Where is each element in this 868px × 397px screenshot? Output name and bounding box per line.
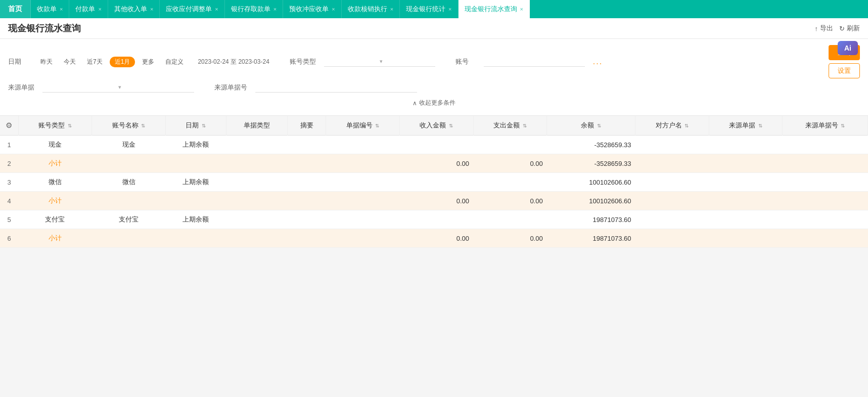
close-icon[interactable]: × [390, 6, 393, 12]
cell-balance: 19871073.60 [547, 229, 635, 248]
filter-row-source: 来源单据 ▾ 来源单据号 [8, 82, 860, 93]
date-opt-custom[interactable]: 自定义 [161, 57, 188, 67]
cell-income [399, 136, 473, 154]
cell-date [165, 229, 226, 248]
cell-summary [288, 136, 326, 154]
cell-expense [473, 210, 547, 229]
date-opt-more[interactable]: 更多 [138, 57, 158, 67]
date-range-display: 2023-02-24 至 2023-03-24 [198, 58, 269, 66]
source-doc-value [45, 83, 118, 91]
cell-expense: 0.00 [473, 192, 547, 210]
th-source-doc-no[interactable]: 来源单据号 ⇅ [783, 116, 868, 136]
data-table: ⚙ 账号类型 ⇅ 账号名称 ⇅ 日期 ⇅ 单据类型 摘要 单据编号 ⇅ 收入金额… [0, 116, 868, 248]
cell-doc-type [226, 173, 288, 192]
nav-item-verification[interactable]: 收款核销执行 × [342, 0, 400, 18]
th-doc-no[interactable]: 单据编号 ⇅ [326, 116, 400, 136]
cell-balance: 100102606.60 [547, 192, 635, 210]
more-options-dots[interactable]: ... [593, 57, 603, 66]
cell-source-doc-no [783, 136, 868, 154]
cell-source-doc [709, 210, 783, 229]
cell-source-doc [709, 136, 783, 154]
cell-counterparty [635, 192, 709, 210]
row-number: 4 [0, 192, 18, 210]
nav-item-adjustment[interactable]: 应收应付调整单 × [160, 0, 224, 18]
cell-expense: 0.00 [473, 229, 547, 248]
th-account-type[interactable]: 账号类型 ⇅ [18, 116, 92, 136]
page-header: 现金银行流水查询 ↑ 导出 ↻ 刷新 Ai [0, 18, 868, 39]
cell-counterparty [635, 229, 709, 248]
nav-item-fukuan[interactable]: 付款单 × [69, 0, 108, 18]
cell-counterparty [635, 173, 709, 192]
close-icon[interactable]: × [448, 6, 451, 12]
cell-income [399, 210, 473, 229]
th-balance[interactable]: 余额 ⇅ [547, 116, 635, 136]
cell-account-name [92, 192, 166, 210]
gear-icon[interactable]: ⚙ [6, 121, 12, 129]
cell-summary [288, 173, 326, 192]
nav-item-shoukuan[interactable]: 收款单 × [31, 0, 69, 18]
table-row: 4小计0.000.00100102606.60 [0, 192, 868, 210]
nav-item-stats[interactable]: 现金银行统计 × [400, 0, 458, 18]
header-actions: ↑ 导出 ↻ 刷新 Ai [815, 24, 860, 33]
cell-doc-type [226, 192, 288, 210]
setting-button[interactable]: 设置 [829, 63, 860, 78]
cell-doc-type [226, 136, 288, 154]
th-source-doc[interactable]: 来源单据 ⇅ [709, 116, 783, 136]
cell-account-name: 现金 [92, 136, 166, 154]
close-icon[interactable]: × [332, 6, 335, 12]
th-expense[interactable]: 支出金额 ⇅ [473, 116, 547, 136]
cell-income: 0.00 [399, 192, 473, 210]
collapse-label: 收起更多条件 [419, 99, 455, 107]
table-row: 3微信微信上期余额100102606.60 [0, 173, 868, 192]
nav-item-flow-query[interactable]: 现金银行流水查询 × [459, 0, 530, 18]
th-settings[interactable]: ⚙ [0, 116, 18, 136]
cell-summary [288, 229, 326, 248]
cell-expense [473, 173, 547, 192]
th-income[interactable]: 收入金额 ⇅ [399, 116, 473, 136]
nav-home[interactable]: 首页 [0, 0, 31, 18]
cell-source-doc-no [783, 229, 868, 248]
row-number: 1 [0, 136, 18, 154]
account-select[interactable] [484, 57, 585, 67]
cell-counterparty [635, 210, 709, 229]
account-type-select[interactable]: ▾ [324, 57, 435, 67]
th-account-name[interactable]: 账号名称 ⇅ [92, 116, 166, 136]
sort-arrows-icon: ⇅ [68, 123, 72, 128]
close-icon[interactable]: × [60, 6, 63, 12]
source-doc-no-input[interactable] [255, 82, 417, 93]
close-icon[interactable]: × [215, 6, 218, 12]
date-opt-yesterday[interactable]: 昨天 [36, 57, 57, 67]
date-opt-7days[interactable]: 近7天 [83, 57, 107, 67]
date-opt-1month[interactable]: 近1月 [110, 57, 135, 67]
cell-doc-type [226, 154, 288, 173]
ai-badge[interactable]: Ai [838, 41, 858, 55]
collapse-bar[interactable]: ∧ 收起更多条件 [8, 97, 860, 109]
date-label: 日期 [8, 57, 28, 66]
date-opt-today[interactable]: 今天 [60, 57, 80, 67]
chevron-up-icon: ∧ [413, 100, 417, 107]
th-date[interactable]: 日期 ⇅ [165, 116, 226, 136]
cell-doc-no [326, 154, 400, 173]
th-counterparty[interactable]: 对方户名 ⇅ [635, 116, 709, 136]
account-value [487, 58, 582, 65]
close-icon[interactable]: × [150, 6, 153, 12]
nav-item-advance[interactable]: 预收冲应收单 × [283, 0, 341, 18]
row-number: 3 [0, 173, 18, 192]
close-icon[interactable]: × [98, 6, 101, 12]
close-icon[interactable]: × [273, 6, 277, 12]
cell-doc-no [326, 136, 400, 154]
refresh-button[interactable]: ↻ 刷新 [839, 24, 860, 33]
cell-account-type: 支付宝 [18, 210, 92, 229]
close-icon[interactable]: × [520, 6, 523, 12]
account-type-label: 账号类型 [290, 57, 316, 66]
sort-arrows-icon: ⇅ [375, 123, 379, 128]
table-body: 1现金现金上期余额-3528659.332小计0.000.00-3528659.… [0, 136, 868, 248]
source-doc-select[interactable]: ▾ [42, 82, 194, 93]
export-button[interactable]: ↑ 导出 [815, 24, 834, 33]
nav-item-other-income[interactable]: 其他收入单 × [108, 0, 160, 18]
date-options: 昨天 今天 近7天 近1月 更多 自定义 [36, 57, 188, 67]
page-title: 现金银行流水查询 [8, 22, 81, 34]
cell-income [399, 173, 473, 192]
cell-expense: 0.00 [473, 154, 547, 173]
nav-item-bank-deposit[interactable]: 银行存取款单 × [225, 0, 283, 18]
